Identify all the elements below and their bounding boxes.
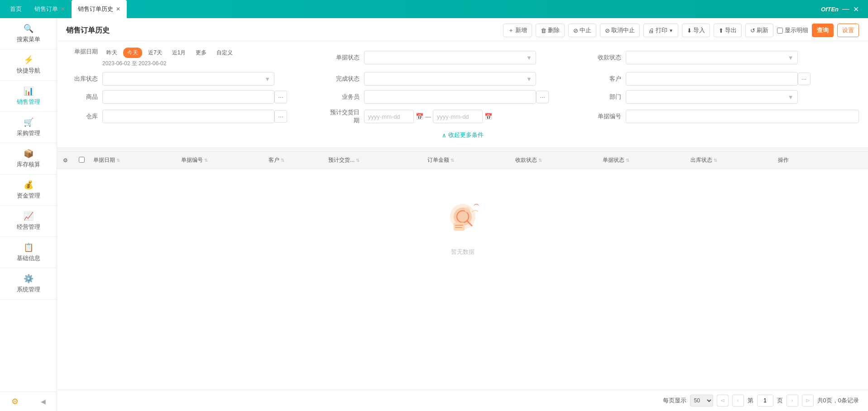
table-section: ⚙ 单据日期⇅ 单据编号⇅ 客户⇅ 预计交货...⇅ 订单金额⇅ 收款状态⇅ 单… [57, 151, 868, 390]
inventory-calc-icon: 📦 [24, 149, 34, 159]
date-quick-custom[interactable]: 自定义 [212, 48, 237, 58]
date-quick-more[interactable]: 更多 [192, 48, 211, 58]
sidebar-item-purchase-mgmt[interactable]: 🛒 采购管理 [0, 112, 57, 143]
complete-status-select[interactable]: ▼ [364, 72, 536, 86]
dept-select[interactable]: ▼ [626, 90, 798, 104]
th-customer[interactable]: 客户⇅ [265, 152, 325, 169]
sidebar-item-label: 经营管理 [17, 223, 40, 231]
prev-page-btn[interactable]: ‹ [732, 395, 744, 406]
sidebar-item-sales-mgmt[interactable]: 📊 销售管理 [0, 81, 57, 112]
refresh-button[interactable]: ↺ 刷新 [745, 24, 773, 37]
close-sales-order-tab[interactable]: ✕ [61, 6, 65, 12]
th-delivery-date[interactable]: 预计交货...⇅ [325, 152, 424, 169]
sidebar-item-label: 资金管理 [17, 192, 40, 200]
delivery-start-cal-icon[interactable]: 📅 [416, 113, 423, 120]
date-quick-7days[interactable]: 近7天 [144, 48, 166, 58]
page-number-input[interactable] [757, 395, 773, 406]
product-select[interactable] [102, 90, 274, 104]
content-area: 销售订单历史 ＋ 新增 🗑 删除 ⊘ 中止 ⊘ 取消中止 [57, 18, 868, 411]
sidebar-collapse-icon[interactable]: ◀ [41, 398, 46, 405]
collapse-up-icon: ∧ [442, 132, 446, 139]
cancel-stop-button[interactable]: ⊘ 取消中止 [600, 24, 640, 37]
export-button[interactable]: ⬆ 导出 [714, 24, 742, 37]
print-button[interactable]: 🖨 打印 ▼ [643, 24, 678, 37]
th-stock-out-status[interactable]: 出库状态⇅ [687, 152, 775, 169]
next-page-btn[interactable]: › [786, 395, 798, 406]
th-operations: 操作 [774, 152, 868, 169]
filter-row-3: 商品 ··· 业务员 ··· 部门 [66, 90, 859, 104]
warehouse-more-btn[interactable]: ··· [274, 110, 287, 123]
sidebar-item-label: 搜索菜单 [17, 35, 40, 44]
sidebar-item-label: 基础信息 [17, 254, 40, 262]
delivery-date-end[interactable]: yyyy-mm-dd [433, 110, 483, 123]
show-detail-checkbox[interactable] [777, 28, 783, 34]
sidebar-item-base-info[interactable]: 📋 基础信息 [0, 237, 57, 268]
sidebar-item-search-menu[interactable]: 🔍 搜索菜单 [0, 18, 57, 49]
page-size-select[interactable]: 50 20 100 200 [690, 395, 713, 406]
sidebar-item-label: 销售管理 [17, 98, 40, 106]
th-doc-status[interactable]: 单据状态⇅ [599, 152, 687, 169]
sidebar-item-label: 快捷导航 [17, 67, 40, 75]
collapse-filter-btn[interactable]: ∧ 收起更多条件 [66, 129, 859, 141]
filter-section: 单据日期 昨天 今天 近7天 近1月 更多 自定义 2023-06-02 至 2… [57, 41, 868, 148]
sidebar-item-inventory-calc[interactable]: 📦 库存核算 [0, 143, 57, 174]
finance-mgmt-icon: 💰 [24, 180, 34, 190]
close-window-btn[interactable]: ✕ [853, 5, 859, 14]
date-quick-today[interactable]: 今天 [123, 48, 142, 58]
stock-out-select[interactable]: ▼ [102, 72, 274, 86]
sidebar-item-sys-mgmt[interactable]: ⚙️ 系统管理 [0, 268, 57, 300]
query-button[interactable]: 查询 [812, 24, 834, 37]
salesperson-label: 业务员 [328, 93, 364, 101]
tab-home[interactable]: 销售订单历史 首页 [4, 0, 28, 18]
payment-status-dropdown-icon: ▼ [788, 54, 794, 61]
ops-mgmt-icon: 📈 [24, 211, 34, 221]
sidebar-settings-icon[interactable]: ⚙ [11, 396, 19, 406]
doc-no-input[interactable] [626, 110, 859, 123]
sidebar-item-finance-mgmt[interactable]: 💰 资金管理 [0, 174, 57, 206]
salesperson-more-btn[interactable]: ··· [536, 91, 549, 103]
th-payment-status[interactable]: 收款状态⇅ [512, 152, 599, 169]
warehouse-label: 仓库 [66, 112, 102, 121]
new-button[interactable]: ＋ 新增 [503, 24, 532, 37]
show-detail-checkbox-label[interactable]: 显示明细 [777, 26, 808, 34]
empty-state-illustration [440, 196, 485, 242]
tab-sales-order[interactable]: 销售订单 ✕ [28, 0, 72, 18]
delivery-date-start[interactable]: yyyy-mm-dd [364, 110, 414, 123]
page-unit: 页 [777, 396, 783, 405]
salesperson-select[interactable] [364, 90, 536, 104]
sales-mgmt-icon: 📊 [24, 86, 34, 96]
stock-out-dropdown-icon: ▼ [264, 76, 270, 82]
first-page-btn[interactable]: ⊲ [717, 395, 729, 406]
date-quick-yesterday[interactable]: 昨天 [102, 48, 121, 58]
th-order-amount[interactable]: 订单金额⇅ [424, 152, 512, 169]
product-more-btn[interactable]: ··· [274, 91, 287, 103]
sidebar: 🔍 搜索菜单 ⚡ 快捷导航 📊 销售管理 🛒 采购管理 📦 库存核算 💰 资金管… [0, 18, 57, 411]
doc-status-select[interactable]: ▼ [364, 51, 536, 64]
sidebar-bottom: ⚙ ◀ [0, 392, 57, 411]
customer-more-btn[interactable]: ··· [798, 73, 810, 85]
svg-point-7 [465, 207, 470, 213]
th-doc-no[interactable]: 单据编号⇅ [177, 152, 265, 169]
minimize-btn[interactable]: — [842, 5, 849, 13]
delivery-end-cal-icon[interactable]: 📅 [484, 113, 492, 120]
last-page-btn[interactable]: ⊳ [802, 395, 814, 406]
stop-button[interactable]: ⊘ 中止 [568, 24, 596, 37]
select-all-checkbox[interactable] [79, 157, 85, 163]
tab-sales-order-history[interactable]: 销售订单历史 ✕ [72, 0, 127, 18]
customer-select[interactable] [626, 72, 798, 86]
payment-status-select[interactable]: ▼ [626, 51, 798, 64]
th-settings[interactable]: ⚙ [57, 152, 73, 169]
complete-status-dropdown-icon: ▼ [526, 76, 532, 82]
settings-button[interactable]: 设置 [837, 24, 859, 37]
sidebar-item-ops-mgmt[interactable]: 📈 经营管理 [0, 206, 57, 237]
date-quick-1month[interactable]: 近1月 [168, 48, 190, 58]
sidebar-item-quick-nav[interactable]: ⚡ 快捷导航 [0, 49, 57, 81]
delete-icon: 🗑 [541, 27, 547, 34]
th-doc-date[interactable]: 单据日期⇅ [90, 152, 177, 169]
delete-button[interactable]: 🗑 删除 [536, 24, 565, 37]
close-sales-order-history-tab[interactable]: ✕ [116, 6, 120, 12]
warehouse-select[interactable] [102, 110, 274, 123]
import-button[interactable]: ⬇ 导入 [682, 24, 710, 37]
topbar-right: OfTEn — ✕ [821, 5, 864, 14]
doc-status-dropdown-icon: ▼ [526, 54, 532, 61]
